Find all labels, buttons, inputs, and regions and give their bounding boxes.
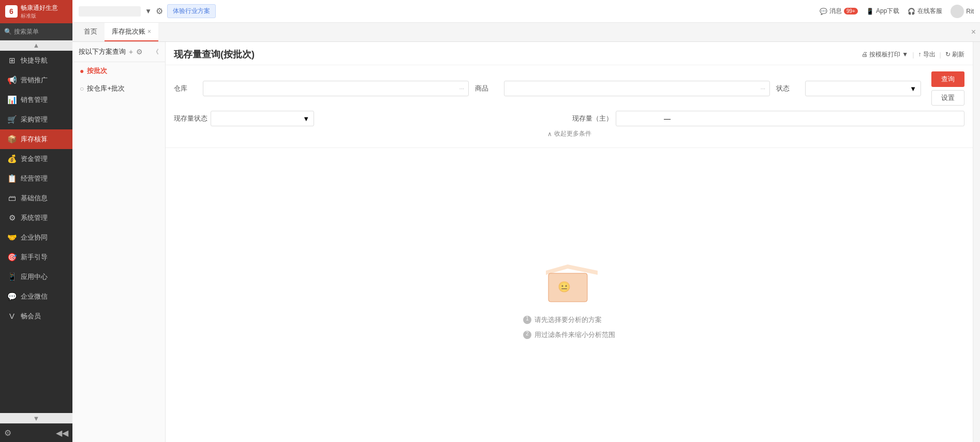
nav-icon-basic: 🗃 bbox=[7, 194, 17, 202]
sidebar-footer: ⚙ ◀◀ bbox=[0, 423, 72, 442]
nav-label-wechat: 企业微信 bbox=[21, 292, 48, 301]
nav-label-vip: 畅会员 bbox=[21, 312, 41, 321]
nav-label-apps: 应用中心 bbox=[21, 272, 48, 282]
nav-icon-system: ⚙ bbox=[7, 213, 17, 223]
customer-service-btn[interactable]: 🎧 在线客服 bbox=[908, 7, 942, 16]
app-title: 畅康通好生意 标准版 bbox=[21, 4, 58, 19]
collapse-more-btn[interactable]: ∧ 收起更多条件 bbox=[174, 126, 964, 141]
close-all-tabs-btn[interactable]: × bbox=[971, 27, 976, 37]
nav-label-sales: 销售管理 bbox=[21, 95, 48, 105]
query-btn[interactable]: 查询 bbox=[931, 71, 964, 87]
left-panel-title: 按以下方案查询 bbox=[79, 47, 126, 56]
sidebar-item-sales[interactable]: 📊销售管理 bbox=[0, 90, 72, 110]
product-input[interactable]: ··· bbox=[504, 81, 770, 96]
quantity-from-input[interactable] bbox=[620, 115, 662, 123]
page-title: 现存量查询(按批次) bbox=[174, 48, 862, 61]
inv-status-dropdown-icon: ▼ bbox=[303, 115, 309, 123]
sidebar-item-purchase[interactable]: 🛒采购管理 bbox=[0, 110, 72, 129]
refresh-btn[interactable]: ↻ 刷新 bbox=[945, 50, 964, 59]
sidebar-item-newbie[interactable]: 🎯新手引导 bbox=[0, 247, 72, 267]
empty-step-1: 1 请先选择要分析的方案 bbox=[523, 315, 615, 327]
sidebar-item-vip[interactable]: V畅会员 bbox=[0, 306, 72, 326]
inventory-quantity-label: 现存量（主） bbox=[572, 114, 613, 123]
tab-bar: 首页 库存批次账 × × bbox=[72, 23, 980, 42]
nav-icon-vip: V bbox=[7, 312, 17, 320]
warehouse-input[interactable]: ··· bbox=[203, 81, 469, 96]
nav-icon-inventory: 📦 bbox=[7, 135, 17, 144]
plan-item-warehouse-batch[interactable]: ○ 按仓库+批次 bbox=[72, 80, 165, 97]
tab-home[interactable]: 首页 bbox=[77, 23, 105, 41]
nav-icon-shortcuts: ⊞ bbox=[7, 56, 17, 65]
tab-batch-account[interactable]: 库存批次账 × bbox=[105, 23, 158, 41]
inventory-status-select[interactable]: ▼ bbox=[211, 111, 314, 126]
sidebar-item-inventory[interactable]: 📦库存核算 bbox=[0, 129, 72, 149]
header-gear-btn[interactable]: ⚙ bbox=[156, 6, 163, 16]
settings-footer-btn[interactable]: ⚙ bbox=[4, 428, 11, 438]
inventory-status-label: 现存量状态 bbox=[174, 114, 207, 123]
empty-svg: 😐 bbox=[538, 245, 600, 307]
breadcrumb-dropdown-btn[interactable]: ▼ bbox=[145, 7, 152, 15]
sidebar-item-shortcuts[interactable]: ⊞快捷导航 bbox=[0, 51, 72, 70]
sidebar-item-system[interactable]: ⚙系统管理 bbox=[0, 208, 72, 228]
main-area: ▼ ⚙ 体验行业方案 💬 消息 99+ 📱 App下载 🎧 在线客服 Rit bbox=[72, 0, 980, 442]
sidebar-item-marketing[interactable]: 📢营销推广 bbox=[0, 70, 72, 90]
add-plan-btn[interactable]: + bbox=[129, 48, 133, 56]
headset-icon: 🎧 bbox=[908, 8, 915, 15]
settings-btn[interactable]: 设置 bbox=[931, 90, 964, 106]
product-field: 商品 ··· bbox=[475, 81, 770, 96]
nav-label-operations: 经营管理 bbox=[21, 174, 48, 183]
print-btn[interactable]: 🖨 按模板打印 ▼ bbox=[862, 50, 908, 59]
plan-settings-btn[interactable]: ⚙ bbox=[136, 48, 143, 56]
quantity-to-input[interactable] bbox=[673, 115, 714, 123]
sidebar-item-apps[interactable]: 📱应用中心 bbox=[0, 267, 72, 287]
nav-label-basic: 基础信息 bbox=[21, 194, 48, 203]
tab-close-btn[interactable]: × bbox=[147, 28, 151, 35]
sidebar-item-basic[interactable]: 🗃基础信息 bbox=[0, 188, 72, 208]
export-icon: ↑ bbox=[918, 51, 922, 58]
nav-icon-operations: 📋 bbox=[7, 174, 17, 183]
plan-item-batch[interactable]: ● 按批次 bbox=[72, 62, 165, 80]
search-menu[interactable]: 🔍 搜索菜单 bbox=[0, 23, 72, 40]
status-select[interactable]: ▼ bbox=[805, 81, 921, 96]
nav-label-finance: 资金管理 bbox=[21, 154, 48, 164]
scroll-down-btn[interactable]: ▼ bbox=[0, 413, 72, 423]
sidebar-nav: ⊞快捷导航📢营销推广📊销售管理🛒采购管理📦库存核算💰资金管理📋经营管理🗃基础信息… bbox=[0, 51, 72, 413]
breadcrumb-input[interactable] bbox=[79, 6, 141, 17]
left-panel-header: 按以下方案查询 + ⚙ 《 bbox=[72, 42, 165, 62]
status-label: 状态 bbox=[776, 84, 802, 93]
collapse-left-panel-btn[interactable]: 《 bbox=[153, 48, 159, 56]
app-download-btn[interactable]: 📱 App下载 bbox=[866, 7, 899, 16]
page-title-bar: 现存量查询(按批次) 🖨 按模板打印 ▼ | ↑ 导出 | ↻ bbox=[166, 42, 973, 65]
nav-icon-sales: 📊 bbox=[7, 95, 17, 105]
inventory-quantity-field: 现存量（主） — bbox=[572, 111, 964, 126]
message-btn[interactable]: 💬 消息 99+ bbox=[820, 7, 858, 16]
sidebar-item-wechat[interactable]: 💬企业微信 bbox=[0, 287, 72, 306]
action-buttons: 查询 设置 bbox=[931, 71, 964, 106]
sidebar-item-finance[interactable]: 💰资金管理 bbox=[0, 149, 72, 169]
print-dropdown-icon: ▼ bbox=[902, 51, 908, 58]
scroll-up-btn[interactable]: ▲ bbox=[0, 40, 72, 51]
sidebar-item-enterprise[interactable]: 🤝企业协同 bbox=[0, 228, 72, 247]
plan-list: ● 按批次 ○ 按仓库+批次 bbox=[72, 62, 165, 97]
warehouse-label: 仓库 bbox=[174, 84, 200, 93]
collapse-icon: ∧ bbox=[547, 130, 552, 138]
user-avatar bbox=[951, 5, 964, 18]
export-btn[interactable]: ↑ 导出 bbox=[918, 50, 936, 59]
quantity-range-input[interactable]: — bbox=[616, 111, 964, 126]
right-panel: 现存量查询(按批次) 🖨 按模板打印 ▼ | ↑ 导出 | ↻ bbox=[166, 42, 973, 442]
empty-illustration: 😐 bbox=[538, 245, 600, 307]
nav-icon-apps: 📱 bbox=[7, 272, 17, 282]
experience-btn[interactable]: 体验行业方案 bbox=[167, 4, 216, 18]
nav-label-marketing: 营销推广 bbox=[21, 76, 48, 85]
message-badge: 99+ bbox=[844, 8, 858, 14]
status-dropdown-icon: ▼ bbox=[910, 85, 916, 93]
top-header: ▼ ⚙ 体验行业方案 💬 消息 99+ 📱 App下载 🎧 在线客服 Rit bbox=[72, 0, 980, 23]
user-menu-btn[interactable]: Rit bbox=[951, 5, 974, 18]
sidebar-item-operations[interactable]: 📋经营管理 bbox=[0, 169, 72, 188]
header-right: 💬 消息 99+ 📱 App下载 🎧 在线客服 Rit bbox=[820, 5, 974, 18]
svg-text:😐: 😐 bbox=[558, 281, 571, 293]
collapse-sidebar-btn[interactable]: ◀◀ bbox=[56, 428, 68, 438]
inventory-status-field: 现存量状态 ▼ bbox=[174, 111, 566, 126]
filter-row-2: 现存量状态 ▼ 现存量（主） — bbox=[174, 111, 964, 126]
nav-label-purchase: 采购管理 bbox=[21, 115, 48, 124]
